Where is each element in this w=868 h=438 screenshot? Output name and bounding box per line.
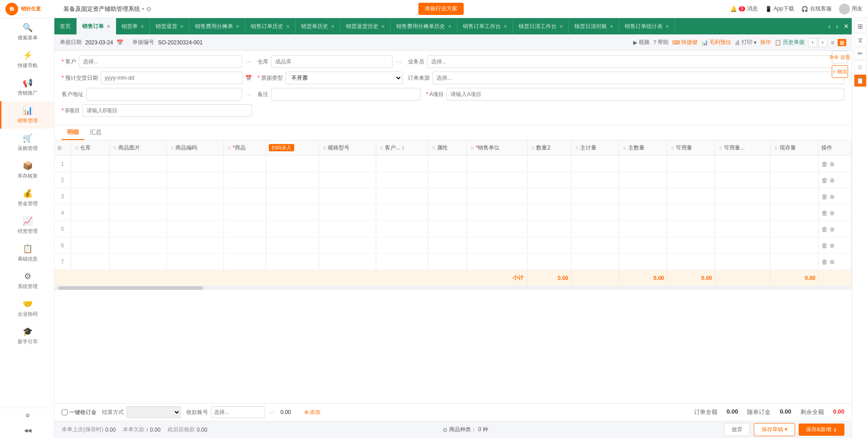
copy-icon-3[interactable]: ⊕ — [829, 193, 835, 200]
system-dropdown-arrow[interactable]: ▾ — [142, 6, 144, 11]
tab-close-order-stats[interactable]: ✕ — [665, 24, 669, 29]
row-attr-1[interactable] — [428, 156, 466, 172]
add-material-btn[interactable]: + 物流 — [832, 65, 848, 78]
tab-close-invoice-history[interactable]: ✕ — [331, 24, 335, 29]
rp-btn-4[interactable]: ☆ — [854, 61, 867, 73]
help-btn[interactable]: ? 帮助 — [653, 39, 669, 46]
one-click-checkbox[interactable] — [62, 409, 68, 415]
horizontal-scrollbar[interactable] — [54, 286, 852, 290]
tab-order-workbench[interactable]: 销售订单工作台 ✕ — [457, 18, 513, 34]
delivery-date-input[interactable] — [101, 72, 242, 84]
one-click-deposit-checkbox[interactable]: 一键收订金 — [62, 409, 97, 416]
a-project-input[interactable] — [446, 88, 844, 101]
grid-view-btn[interactable]: ≡ — [831, 39, 834, 46]
tab-close-sales-return[interactable]: ✕ — [180, 24, 184, 29]
th-main-unit[interactable]: ⇅ 主计量 — [571, 140, 619, 156]
preview-btn[interactable]: ▶ 视频 — [633, 39, 650, 46]
online-support-btn[interactable]: 🎧 在线客服 — [801, 5, 832, 13]
delete-icon-1[interactable]: 🗑 — [821, 160, 828, 168]
tab-detail[interactable]: 明细 — [62, 125, 84, 140]
row-cust-code-1[interactable] — [376, 156, 428, 172]
sidebar-item-basic-info[interactable]: 📋 基础信息 — [0, 239, 54, 267]
th-scan[interactable]: 扫码录入 — [266, 140, 319, 156]
sales-person-input[interactable] — [427, 55, 834, 68]
rp-btn-5[interactable]: 📋 — [854, 74, 867, 87]
calendar-icon[interactable]: 📅 — [116, 39, 123, 46]
delete-icon-5[interactable]: 🗑 — [821, 226, 828, 233]
th-product[interactable]: ⇅ *商品 — [223, 140, 266, 156]
th-attribute[interactable]: ⇅ 属性 — [428, 140, 466, 156]
settings-gear-icon[interactable]: ⚙ — [146, 5, 152, 13]
row-product-1[interactable] — [223, 156, 266, 172]
delete-icon-4[interactable]: 🗑 — [821, 209, 828, 217]
th-product-code[interactable]: ⇅ 商品编码 — [166, 140, 223, 156]
tab-return-history[interactable]: 销货退货历史 ✕ — [340, 18, 391, 34]
th-warehouse[interactable]: ⇅ 仓库 — [71, 140, 109, 156]
b-project-input[interactable] — [82, 104, 252, 117]
rp-btn-3[interactable]: ✏ — [854, 47, 867, 60]
customer-dots-btn[interactable]: ··· — [245, 58, 252, 65]
th-customer-code[interactable]: ⇅ 客户... ℹ — [376, 140, 428, 156]
copy-icon-1[interactable]: ⊕ — [829, 160, 835, 168]
prev-record-btn[interactable]: ‹ — [808, 38, 817, 47]
sidebar-item-marketing[interactable]: 📢 营销推广 — [0, 73, 54, 101]
tab-close-daily-reconcile[interactable]: ✕ — [610, 24, 613, 29]
copy-icon-5[interactable]: ⊕ — [829, 226, 835, 233]
sidebar-item-operations[interactable]: 📈 经营管理 — [0, 212, 54, 239]
delete-icon-3[interactable]: 🗑 — [821, 193, 828, 200]
save-draft-btn[interactable]: 保存草稿 ▾ — [754, 423, 795, 436]
copy-icon-4[interactable]: ⊕ — [829, 209, 835, 217]
shortcut-btn[interactable]: ⌨ 快捷键 — [672, 39, 698, 46]
profit-forecast-btn[interactable]: 📊 毛利预估 — [701, 39, 731, 46]
scroll-thumb[interactable] — [58, 286, 203, 290]
tab-expense-split[interactable]: 销售费用分摊单 ✕ — [189, 18, 245, 34]
row-qty2-1[interactable] — [528, 156, 572, 172]
user-avatar[interactable]: 用友 — [839, 4, 863, 14]
table-settings-icon[interactable]: ⚙ — [57, 145, 62, 151]
tab-close-expense-split[interactable]: ✕ — [236, 24, 239, 29]
industry-btn[interactable]: 体验行业方案 — [418, 3, 464, 15]
tab-invoice-history[interactable]: 销货单历史 ✕ — [296, 18, 340, 34]
th-available2[interactable]: ⇅ 可用量... — [715, 140, 771, 156]
delete-icon-2[interactable]: 🗑 — [821, 177, 828, 184]
sidebar-item-system[interactable]: ⚙ 系统管理 — [0, 267, 54, 294]
row-main-qty-1[interactable] — [619, 156, 667, 172]
sidebar-item-search[interactable]: 🔍 搜索菜单 — [0, 18, 54, 46]
tab-close-return-history[interactable]: ✕ — [381, 24, 385, 29]
delete-icon-7[interactable]: 🗑 — [821, 258, 828, 265]
tab-menu-btn[interactable]: ✕ — [841, 23, 852, 30]
row-warehouse-1[interactable] — [71, 156, 109, 172]
copy-icon-2[interactable]: ⊕ — [829, 177, 835, 184]
customer-address-input[interactable] — [86, 88, 242, 101]
address-dots-btn[interactable]: ··· — [245, 91, 252, 98]
account-input[interactable] — [211, 406, 265, 418]
row-code-1[interactable] — [166, 156, 223, 172]
tab-close-sales-invoice[interactable]: ✕ — [141, 24, 144, 29]
copy-icon-7[interactable]: ⊕ — [829, 258, 835, 265]
tab-sales-order[interactable]: 销售订单 ✕ — [77, 18, 116, 34]
sidebar-collapse-btn[interactable]: ◀◀ — [0, 423, 54, 438]
tab-close-sales-order[interactable]: ✕ — [107, 24, 110, 29]
warehouse-input[interactable] — [271, 55, 393, 68]
th-spec[interactable]: ⇅ 规格型号 — [319, 140, 376, 156]
tab-close-order-workbench[interactable]: ✕ — [504, 24, 507, 29]
scan-btn[interactable]: 扫码录入 — [269, 144, 294, 151]
warehouse-dots-btn[interactable]: ··· — [395, 58, 402, 65]
th-settings[interactable]: ⚙ — [54, 140, 71, 156]
sidebar-item-guide[interactable]: 🎓 新手引导 — [0, 322, 54, 350]
add-payment-btn[interactable]: ⊕ 添加 — [304, 409, 320, 416]
tab-sales-return[interactable]: 销货退货 ✕ — [150, 18, 189, 34]
row-warehouse-2[interactable] — [71, 172, 109, 188]
th-qty2[interactable]: ⇅ 数量2 — [528, 140, 572, 156]
rp-btn-1[interactable]: ⊞ — [854, 20, 867, 33]
remarks-input[interactable] — [271, 88, 421, 101]
sidebar-item-sales[interactable]: 📊 销售管理 — [0, 101, 54, 129]
tab-next-btn[interactable]: › — [833, 23, 841, 30]
th-sales-unit[interactable]: ⇅ *销售单位 — [467, 140, 528, 156]
discard-btn[interactable]: 放弃 — [724, 423, 750, 436]
sidebar-item-finance[interactable]: 💰 资金管理 — [0, 184, 54, 212]
tab-prev-btn[interactable]: ‹ — [826, 23, 834, 30]
tab-daily-reconcile[interactable]: 钱货日清对账 ✕ — [569, 18, 619, 34]
tab-close-order-history[interactable]: ✕ — [286, 24, 290, 29]
customer-input[interactable] — [79, 55, 242, 68]
